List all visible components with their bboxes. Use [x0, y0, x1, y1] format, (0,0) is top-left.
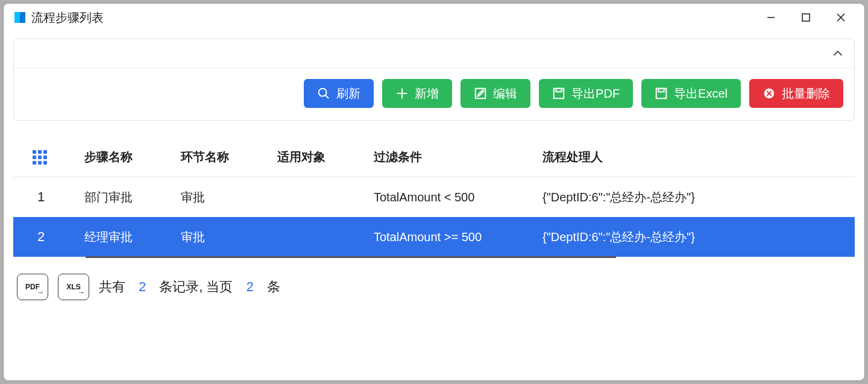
cell-filter: TotalAmount < 500: [374, 190, 542, 204]
batch-delete-button[interactable]: 批量删除: [749, 79, 843, 108]
pager-total: 2: [135, 279, 149, 295]
col-target[interactable]: 适用对象: [277, 149, 374, 165]
edit-icon: [474, 87, 487, 100]
cell-idx: 2: [24, 229, 84, 245]
pager-page-count: 2: [242, 279, 257, 295]
svg-rect-14: [556, 89, 562, 92]
col-node-name[interactable]: 环节名称: [181, 149, 277, 165]
export-pdf-button[interactable]: 导出PDF: [539, 79, 633, 108]
export-excel-button[interactable]: 导出Excel: [641, 79, 741, 108]
svg-rect-15: [656, 89, 667, 99]
export-pdf-small-button[interactable]: PDF→: [17, 274, 48, 300]
app-icon: [14, 12, 25, 23]
pager-text: 条记录, 当页: [159, 278, 233, 296]
grid-menu-icon[interactable]: [33, 150, 84, 165]
close-button[interactable]: [823, 5, 858, 30]
window-title: 流程步骤列表: [31, 10, 104, 26]
pager: PDF→ XLS→ 共有 2 条记录, 当页 2 条: [13, 274, 855, 300]
save-icon: [552, 87, 565, 100]
minimize-button[interactable]: [753, 5, 788, 30]
table-row[interactable]: 1 部门审批 审批 TotalAmount < 500 {"DeptID:6":…: [13, 177, 855, 217]
horizontal-scrollbar[interactable]: [86, 256, 616, 258]
cell-handler: {"DeptID:6":"总经办-总经办"}: [542, 229, 855, 245]
cell-idx: 1: [24, 189, 84, 205]
maximize-button[interactable]: [788, 5, 823, 30]
edit-button[interactable]: 编辑: [461, 79, 530, 108]
chevron-up-icon: [831, 47, 844, 60]
close-circle-icon: [763, 87, 776, 100]
cell-step-name: 部门审批: [84, 189, 181, 206]
cell-handler: {"DeptID:6":"总经办-总经办"}: [542, 189, 855, 206]
export-excel-label: 导出Excel: [674, 86, 728, 102]
panel-collapse-header[interactable]: [14, 39, 854, 68]
table-header: 步骤名称 环节名称 适用对象 过滤条件 流程处理人: [13, 137, 855, 177]
add-button[interactable]: 新增: [382, 79, 452, 108]
svg-rect-16: [659, 89, 664, 92]
window-frame: 流程步骤列表 刷新 新增 编辑: [4, 4, 864, 380]
pager-text: 共有: [99, 278, 125, 296]
cell-node-name: 审批: [181, 229, 277, 245]
col-filter[interactable]: 过滤条件: [374, 149, 542, 165]
save-icon: [655, 87, 668, 100]
cell-node-name: 审批: [181, 189, 277, 206]
col-handler[interactable]: 流程处理人: [542, 149, 855, 165]
batch-delete-label: 批量删除: [782, 86, 830, 102]
arrow-right-icon: →: [78, 288, 85, 297]
table-row[interactable]: 2 经理审批 审批 TotalAmount >= 500 {"DeptID:6"…: [13, 217, 855, 257]
col-step-name[interactable]: 步骤名称: [84, 149, 181, 165]
table: 步骤名称 环节名称 适用对象 过滤条件 流程处理人 1 部门审批 审批 Tota…: [13, 137, 855, 258]
export-xls-small-button[interactable]: XLS→: [58, 274, 89, 300]
edit-label: 编辑: [493, 86, 517, 102]
plus-icon: [395, 87, 409, 100]
cell-step-name: 经理审批: [84, 229, 181, 245]
export-pdf-label: 导出PDF: [571, 86, 620, 102]
pager-text: 条: [267, 278, 280, 296]
svg-point-11: [319, 89, 327, 96]
cell-filter: TotalAmount >= 500: [374, 230, 542, 244]
titlebar: 流程步骤列表: [4, 4, 864, 31]
add-label: 新增: [415, 86, 439, 102]
action-panel: 刷新 新增 编辑 导出PDF 导出Excel: [13, 39, 855, 121]
search-icon: [317, 87, 330, 100]
svg-rect-10: [802, 14, 810, 21]
arrow-right-icon: →: [37, 288, 44, 297]
refresh-button[interactable]: 刷新: [304, 79, 374, 108]
refresh-label: 刷新: [336, 86, 360, 102]
svg-rect-13: [554, 89, 564, 99]
